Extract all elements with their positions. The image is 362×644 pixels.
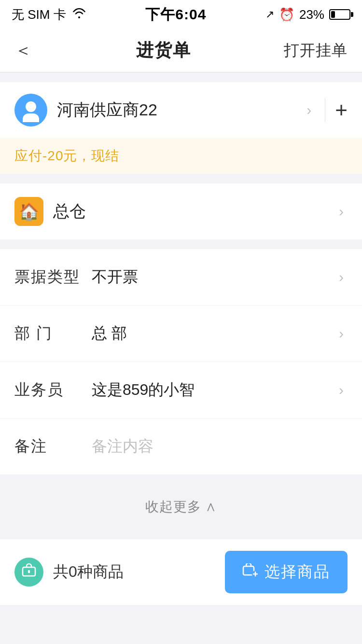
supplier-row[interactable]: 河南供应商22 › + xyxy=(0,82,362,138)
invoice-type-value: 不开票 xyxy=(92,266,339,288)
carrier-label: 无 SIM 卡 xyxy=(12,6,66,23)
battery-percentage: 23% xyxy=(299,7,324,22)
invoice-type-row[interactable]: 票据类型 不开票 › xyxy=(0,249,362,306)
department-chevron-icon: › xyxy=(339,325,344,342)
warning-banner: 应付-20元，现结 xyxy=(0,138,362,174)
status-time: 下午6:04 xyxy=(145,5,206,25)
svg-rect-1 xyxy=(28,570,30,573)
wifi-icon xyxy=(72,8,86,21)
salesperson-value: 这是859的小智 xyxy=(92,379,339,401)
select-goods-label: 选择商品 xyxy=(265,561,330,583)
remark-label: 备注 xyxy=(14,436,82,457)
supplier-avatar xyxy=(14,94,47,126)
department-row[interactable]: 部 门 总 部 › xyxy=(0,306,362,362)
vertical-divider xyxy=(325,98,325,122)
alarm-icon: ⏰ xyxy=(279,7,294,22)
salesperson-row[interactable]: 业务员 这是859的小智 › xyxy=(0,362,362,419)
product-bar: 共0种商品 选择商品 xyxy=(0,539,362,605)
section-divider-2 xyxy=(0,174,362,183)
department-label: 部 门 xyxy=(14,323,82,344)
warehouse-chevron-icon: › xyxy=(339,203,344,220)
invoice-type-label: 票据类型 xyxy=(14,266,82,288)
form-section: 票据类型 不开票 › 部 门 总 部 › 业务员 这是859的小智 › 备注 备… xyxy=(0,249,362,475)
battery-icon xyxy=(329,9,350,20)
back-button[interactable]: ＜ xyxy=(14,39,43,62)
bottom-fill xyxy=(0,605,362,644)
select-goods-button[interactable]: 选择商品 xyxy=(225,551,348,593)
section-divider-1 xyxy=(0,72,362,82)
cart-icon xyxy=(14,558,43,587)
salesperson-label: 业务员 xyxy=(14,379,82,401)
product-count-label: 共0种商品 xyxy=(53,561,225,583)
warehouse-icon: 🏠 xyxy=(14,197,43,226)
status-right: ↗ ⏰ 23% xyxy=(265,7,350,22)
collapse-button[interactable]: 收起更多 ∧ xyxy=(0,484,362,530)
select-goods-icon xyxy=(242,563,259,581)
invoice-type-chevron-icon: › xyxy=(339,269,344,285)
supplier-name: 河南供应商22 xyxy=(57,99,306,121)
avatar-person-icon xyxy=(22,101,40,119)
warehouse-name: 总仓 xyxy=(53,200,339,223)
remark-row[interactable]: 备注 备注内容 xyxy=(0,419,362,475)
location-icon: ↗ xyxy=(265,8,274,21)
supplier-section: 河南供应商22 › + 应付-20元，现结 xyxy=(0,82,362,174)
nav-bar: ＜ 进货单 打开挂单 xyxy=(0,29,362,72)
status-left: 无 SIM 卡 xyxy=(12,6,86,23)
remark-value[interactable]: 备注内容 xyxy=(92,436,348,457)
cart-shape-icon xyxy=(21,562,37,582)
warehouse-section: 🏠 总仓 › xyxy=(0,183,362,239)
supplier-chevron-icon: › xyxy=(306,102,311,118)
department-value: 总 部 xyxy=(92,323,339,344)
house-icon: 🏠 xyxy=(19,202,39,221)
page-title: 进货单 xyxy=(136,39,191,62)
warehouse-row[interactable]: 🏠 总仓 › xyxy=(0,183,362,239)
add-supplier-button[interactable]: + xyxy=(335,98,348,122)
salesperson-chevron-icon: › xyxy=(339,382,344,398)
status-bar: 无 SIM 卡 下午6:04 ↗ ⏰ 23% xyxy=(0,0,362,29)
open-pending-button[interactable]: 打开挂单 xyxy=(284,40,348,61)
